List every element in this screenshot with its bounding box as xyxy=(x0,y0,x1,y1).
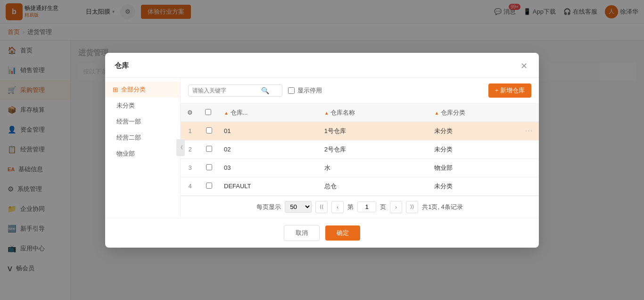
row-code: 02 xyxy=(218,140,319,158)
row-checkbox[interactable] xyxy=(199,140,218,158)
row-select-checkbox[interactable] xyxy=(206,127,212,133)
row-name: 2号仓库 xyxy=(319,140,429,158)
col-settings: ⚙ xyxy=(181,104,199,122)
show-disabled-checkbox[interactable] xyxy=(288,87,295,94)
data-table: ⚙ ▲ 仓库... ▲ 仓库名称 xyxy=(181,104,539,196)
category-item-unclassified[interactable]: 未分类 xyxy=(105,98,180,114)
prev-page-button[interactable]: ‹ xyxy=(331,201,344,213)
category-item-dept1[interactable]: 经营一部 xyxy=(105,114,180,130)
grid-icon: ⊞ xyxy=(113,86,118,93)
row-name: 1号仓库 xyxy=(319,122,429,140)
table-row: 2 02 2号仓库 未分类 xyxy=(181,140,539,158)
row-checkbox[interactable] xyxy=(199,122,218,140)
category-all-item[interactable]: ⊞ 全部分类 xyxy=(105,82,180,98)
row-num: 3 xyxy=(181,158,199,177)
modal-footer: 取消 确定 xyxy=(105,218,539,248)
warehouse-table: ⚙ ▲ 仓库... ▲ 仓库名称 xyxy=(181,104,539,196)
col-checkbox xyxy=(199,104,218,122)
table-row: 3 03 水 物业部 xyxy=(181,158,539,177)
table-toolbar: 🔍 显示停用 + 新增仓库 xyxy=(181,78,539,104)
modal-body: ⊞ 全部分类 未分类 经营一部 经营二部 物业部 《 xyxy=(105,78,539,218)
modal-header: 仓库 ✕ xyxy=(105,53,539,78)
table-panel: 🔍 显示停用 + 新增仓库 ⚙ xyxy=(181,78,539,218)
category-panel: ⊞ 全部分类 未分类 经营一部 经营二部 物业部 《 xyxy=(105,78,181,218)
row-category: 未分类 xyxy=(429,140,539,158)
table-body: 1 01 1号仓库 未分类 ··· 2 02 2号仓库 未分类 3 xyxy=(181,122,539,195)
show-disabled-toggle[interactable]: 显示停用 xyxy=(288,86,322,95)
sort-icon-code: ▲ xyxy=(224,110,229,116)
search-box: 🔍 xyxy=(188,84,282,97)
table-row: 1 01 1号仓库 未分类 ··· xyxy=(181,122,539,140)
search-input[interactable] xyxy=(192,87,258,94)
confirm-button[interactable]: 确定 xyxy=(325,225,360,241)
show-disabled-label: 显示停用 xyxy=(297,86,322,95)
sort-icon-name: ▲ xyxy=(324,110,329,116)
row-name: 水 xyxy=(319,158,429,177)
row-code: 01 xyxy=(218,122,319,140)
row-actions[interactable]: ··· xyxy=(525,127,533,134)
per-page-select[interactable]: 50 100 xyxy=(285,201,312,213)
row-select-checkbox[interactable] xyxy=(206,183,212,189)
table-row: 4 DEFAULT 总仓 未分类 xyxy=(181,177,539,195)
row-num: 1 xyxy=(181,122,199,140)
cancel-button[interactable]: 取消 xyxy=(284,225,320,241)
per-page-label: 每页显示 xyxy=(256,203,281,211)
row-num: 4 xyxy=(181,177,199,195)
col-category-header: ▲ 仓库分类 xyxy=(429,104,539,122)
warehouse-modal: 仓库 ✕ ⊞ 全部分类 未分类 经营一部 经营二部 xyxy=(105,53,539,248)
row-select-checkbox[interactable] xyxy=(206,164,212,170)
pagination: 每页显示 50 100 ⟨⟨ ‹ 第 1 页 › ⟩⟩ 共1页, 4条记录 xyxy=(181,196,539,218)
col-code-header: ▲ 仓库... xyxy=(218,104,319,122)
modal-overlay: 仓库 ✕ ⊞ 全部分类 未分类 经营一部 经营二部 xyxy=(0,0,644,300)
page-suffix: 页 xyxy=(380,203,386,211)
row-category: 物业部 xyxy=(429,158,539,177)
row-code: 03 xyxy=(218,158,319,177)
modal-title: 仓库 xyxy=(115,61,129,70)
category-all-label: 全部分类 xyxy=(121,85,146,94)
next-page-button[interactable]: › xyxy=(390,201,402,213)
select-all-checkbox[interactable] xyxy=(205,109,211,115)
row-select-checkbox[interactable] xyxy=(206,146,212,152)
col-name-header: ▲ 仓库名称 xyxy=(319,104,429,122)
collapse-category-button[interactable]: 《 xyxy=(176,139,185,156)
category-item-dept2[interactable]: 经营二部 xyxy=(105,130,180,146)
last-page-button[interactable]: ⟩⟩ xyxy=(406,201,418,213)
total-info: 共1页, 4条记录 xyxy=(422,203,463,211)
row-checkbox[interactable] xyxy=(199,177,218,195)
sort-icon-category: ▲ xyxy=(434,110,439,116)
row-code: DEFAULT xyxy=(218,177,319,195)
add-warehouse-button[interactable]: + 新增仓库 xyxy=(488,83,531,98)
modal-close-button[interactable]: ✕ xyxy=(518,60,529,72)
first-page-button[interactable]: ⟨⟨ xyxy=(315,201,328,213)
table-header-row: ⚙ ▲ 仓库... ▲ 仓库名称 xyxy=(181,104,539,122)
page-label: 第 xyxy=(347,203,354,211)
row-name: 总仓 xyxy=(319,177,429,195)
page-number-input[interactable]: 1 xyxy=(357,201,376,212)
row-checkbox[interactable] xyxy=(199,158,218,177)
row-category: 未分类 xyxy=(429,177,539,195)
category-item-property[interactable]: 物业部 xyxy=(105,146,180,162)
search-icon: 🔍 xyxy=(261,87,269,94)
row-category: 未分类 ··· xyxy=(429,122,539,140)
